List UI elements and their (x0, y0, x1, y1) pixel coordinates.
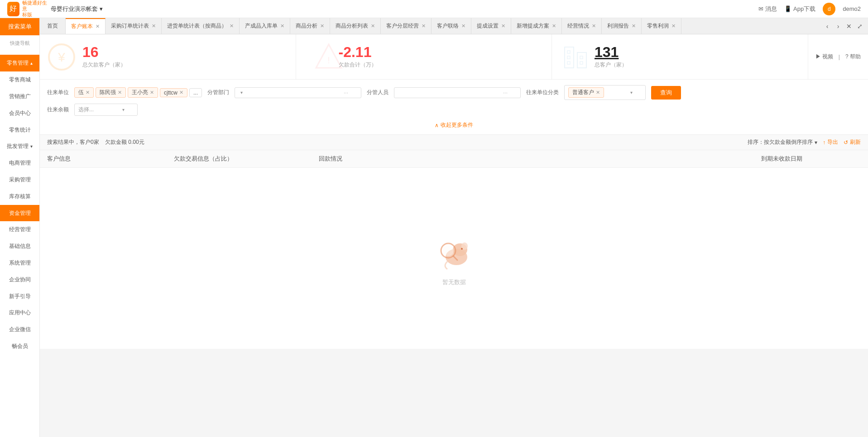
tab-close-icon[interactable]: ✕ (501, 23, 505, 29)
user-name[interactable]: demo2 (843, 5, 861, 12)
svg-rect-6 (567, 51, 570, 53)
tab-customer-contact[interactable]: 客户联络 ✕ (432, 18, 471, 34)
unit-tag-4-close[interactable]: ✕ (179, 90, 183, 95)
svg-point-15 (443, 245, 454, 256)
tab-close-icon[interactable]: ✕ (552, 23, 556, 29)
table-header: 客户信息 欠款交易信息（占比） 回款情况 到期未收款日期 (40, 150, 868, 168)
help-btn[interactable]: | (839, 54, 840, 60)
sidebar-item-inventory[interactable]: 库存核算 (0, 188, 39, 205)
stat-card-total-clients: 131 总客户（家） (552, 34, 808, 79)
sidebar-search[interactable]: 搜索菜单 (0, 18, 39, 35)
sidebar-item-retail-mall[interactable]: 零售商城 (0, 71, 39, 88)
col-debt-info: 欠款交易信息（占比） (174, 155, 319, 163)
tab-product-analysis[interactable]: 商品分析 ✕ (290, 18, 330, 34)
avatar[interactable]: d (823, 3, 835, 15)
tab-prev-btn[interactable]: ‹ (823, 22, 832, 31)
svg-text:¥: ¥ (58, 50, 65, 64)
tab-close-icon[interactable]: ✕ (152, 23, 156, 29)
dept-select[interactable]: ▾ ··· (235, 87, 361, 98)
category-tag-close[interactable]: ✕ (596, 90, 600, 95)
collapse-icon: ∧ (435, 122, 439, 128)
tab-next-btn[interactable]: › (834, 22, 843, 31)
tab-purchase-order-stats[interactable]: 采购订单统计表 ✕ (106, 18, 162, 34)
unit-tag-3-close[interactable]: ✕ (150, 90, 154, 95)
col-repayment: 回款情况 (319, 155, 761, 163)
sidebar-item-purchase[interactable]: 采购管理 (0, 171, 39, 188)
top-bar-left: 好 畅捷通好生意 标版 母婴行业演示帐套 ▾ (7, 0, 103, 18)
tab-profit-report[interactable]: 利润报告 ✕ (602, 18, 642, 34)
sidebar-item-finance[interactable]: 资金管理 (0, 205, 39, 222)
category-select[interactable]: 普通客户 ✕ ▾ (564, 85, 646, 100)
collapse-btn[interactable]: ∧ 收起更多条件 (435, 121, 473, 129)
tab-customer-tier[interactable]: 客户分层经营 ✕ (381, 18, 432, 34)
tab-close-icon[interactable]: ✕ (96, 24, 100, 29)
unit-tag-2: 陈民强 ✕ (96, 87, 126, 98)
tab-product-analysis-list[interactable]: 商品分析列表 ✕ (330, 18, 381, 34)
more-tags-btn[interactable]: ... (189, 88, 202, 97)
sidebar-item-system[interactable]: 系统管理 (0, 255, 39, 271)
question-icon: ? (845, 53, 849, 60)
sidebar-item-vip[interactable]: 畅会员 (0, 338, 39, 355)
person-select[interactable]: ··· (394, 87, 521, 98)
person-more-icon[interactable]: ··· (503, 90, 508, 96)
sidebar-item-collab[interactable]: 企业协同 (0, 271, 39, 288)
message-icon: ✉ (758, 5, 763, 12)
money-bg-icon: ¥ (47, 43, 76, 71)
sidebar-item-quick-nav[interactable]: 快捷导航 (0, 35, 39, 51)
help-btns: ▶ 视频 | ? 帮助 (808, 34, 868, 79)
sidebar-item-members[interactable]: 会员中心 (0, 105, 39, 122)
unit-filter-label: 往来单位 (47, 89, 69, 96)
sidebar-item-retail[interactable]: 零售管理 ▴ (0, 55, 39, 71)
tab-close-icon[interactable]: ✕ (461, 23, 465, 29)
account-selector[interactable]: 母婴行业演示帐套 ▾ (51, 5, 103, 13)
tab-close-icon[interactable]: ✕ (371, 23, 375, 29)
balance-select[interactable]: 选择... ▾ (74, 104, 138, 116)
unit-tag-4: cjttcw ✕ (160, 88, 187, 97)
tab-commission-settings[interactable]: 提成设置 ✕ (471, 18, 511, 34)
sidebar-item-marketing[interactable]: 营销推广 (0, 88, 39, 105)
tab-operations[interactable]: 经营情况 ✕ (562, 18, 602, 34)
tab-close-all-btn[interactable]: ✕ (844, 22, 854, 31)
tab-home[interactable]: 首页 (40, 18, 66, 34)
sidebar-item-ecommerce[interactable]: 电商管理 (0, 155, 39, 171)
sidebar-item-guide[interactable]: 新手引导 (0, 288, 39, 305)
tab-close-icon[interactable]: ✕ (320, 23, 324, 29)
message-btn[interactable]: ✉ 消息 (758, 5, 777, 13)
stat-card-customers: ¥ 16 总欠款客户（家） (40, 34, 296, 79)
tab-close-icon[interactable]: ✕ (671, 23, 676, 29)
help-text-btn[interactable]: ? 帮助 (845, 53, 861, 61)
dept-clear-icon[interactable]: ··· (344, 90, 348, 96)
svg-point-17 (461, 248, 463, 250)
tab-close-icon[interactable]: ✕ (280, 23, 284, 29)
search-btn[interactable]: 查询 (651, 86, 681, 100)
sidebar-item-wholesale[interactable]: 批发管理 ▾ (0, 138, 39, 155)
svg-rect-7 (567, 56, 570, 59)
tab-retail-profit[interactable]: 零售利润 ✕ (642, 18, 681, 34)
svg-rect-9 (580, 56, 583, 59)
tab-customer-ledger[interactable]: 客户账本 ✕ (66, 18, 106, 34)
tab-close-icon[interactable]: ✕ (632, 23, 636, 29)
tab-close-icon[interactable]: ✕ (422, 23, 426, 29)
tab-close-icon[interactable]: ✕ (592, 23, 596, 29)
tab-product-instock[interactable]: 产成品入库单 ✕ (240, 18, 290, 34)
debt-bg-icon: ! (314, 43, 343, 71)
unit-tag-3: 王小亮 ✕ (128, 87, 158, 98)
unit-tag-1-close[interactable]: ✕ (86, 90, 90, 95)
sidebar-item-operations[interactable]: 经营管理 (0, 221, 39, 238)
app-download-btn[interactable]: 📱 App下载 (784, 5, 815, 13)
unit-tag-2-close[interactable]: ✕ (118, 90, 122, 95)
tab-close-icon[interactable]: ✕ (230, 23, 234, 29)
sidebar-item-basic-info[interactable]: 基础信息 (0, 238, 39, 255)
tab-expand-btn[interactable]: ⤢ (855, 22, 864, 31)
sidebar-item-retail-stats[interactable]: 零售统计 (0, 122, 39, 138)
sidebar-item-apps[interactable]: 应用中心 (0, 304, 39, 321)
refresh-btn[interactable]: ↺ 刷新 (844, 138, 861, 146)
export-btn[interactable]: ↑ 导出 (823, 138, 838, 146)
total-debt-value: -2.11 (339, 45, 377, 59)
tab-add-commission[interactable]: 新增提成方案 ✕ (511, 18, 562, 34)
sort-btn[interactable]: 排序：按欠款金额倒序排序 ▾ (748, 138, 817, 146)
sidebar-item-wechat[interactable]: 企业微信 (0, 321, 39, 338)
balance-filter-label: 往来余额 (47, 106, 69, 114)
tab-purchase-stats-product[interactable]: 进货单统计表（按商品） ✕ (162, 18, 240, 34)
video-btn[interactable]: ▶ 视频 (815, 53, 833, 61)
